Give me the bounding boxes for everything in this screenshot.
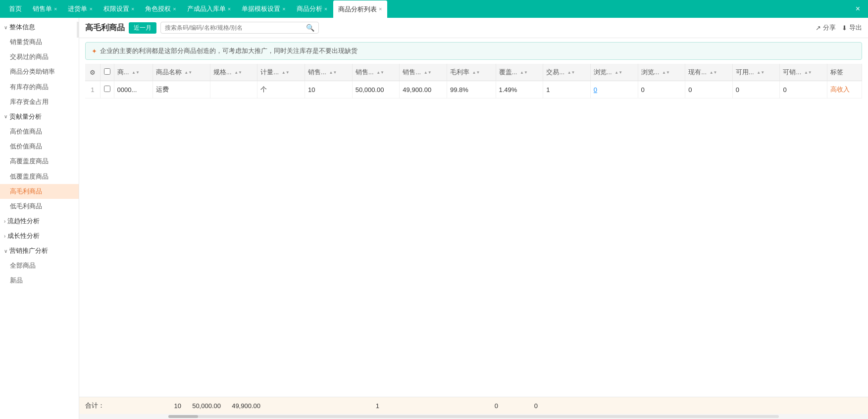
col-tag[interactable]: 标签 bbox=[827, 64, 862, 81]
tab-analysis[interactable]: 商品分析 × bbox=[292, 2, 332, 16]
col-spec[interactable]: 规格... ▲▼ bbox=[210, 64, 257, 81]
tab-analysis-list[interactable]: 商品分析列表 × bbox=[333, 0, 387, 18]
sidebar-collapse-button[interactable]: 《 bbox=[77, 22, 79, 38]
sort-icon[interactable]: ▲▼ bbox=[184, 70, 192, 75]
cell-checkbox[interactable] bbox=[100, 81, 114, 98]
sidebar: 《 ∨ 整体信息 销量货商品 交易过的商品 商品分类助销率 有库存的商品 库存资… bbox=[0, 18, 79, 419]
sidebar-item-high-value[interactable]: 高价值商品 bbox=[0, 124, 79, 139]
sort-icon[interactable]: ▲▼ bbox=[424, 70, 432, 75]
sidebar-group-marketing[interactable]: ∨ 营销推广分析 bbox=[0, 243, 79, 258]
cell-unit: 个 bbox=[257, 81, 305, 98]
sidebar-item-stock-capital[interactable]: 库存资金占用 bbox=[0, 94, 79, 109]
col-gross-margin[interactable]: 毛利率 ▲▼ bbox=[447, 64, 496, 81]
chevron-right-icon: › bbox=[4, 233, 5, 239]
sort-icon[interactable]: ▲▼ bbox=[614, 70, 622, 75]
sort-icon[interactable]: ▲▼ bbox=[472, 70, 480, 75]
sort-icon[interactable]: ▲▼ bbox=[804, 70, 812, 75]
select-all-checkbox[interactable] bbox=[104, 68, 110, 75]
close-icon[interactable]: × bbox=[379, 6, 382, 12]
sidebar-group-trend[interactable]: › 流趋性分析 bbox=[0, 214, 79, 229]
sort-icon[interactable]: ▲▼ bbox=[329, 70, 337, 75]
sidebar-item-low-margin[interactable]: 低毛利商品 bbox=[0, 199, 79, 214]
tab-home[interactable]: 首页 bbox=[4, 2, 27, 16]
tab-purchase[interactable]: 进货单 × bbox=[63, 2, 97, 16]
col-coverage[interactable]: 覆盖... ▲▼ bbox=[496, 64, 543, 81]
col-available[interactable]: 可用... ▲▼ bbox=[732, 64, 780, 81]
table-row: 1 0000... 运费 个 10 50,000.00 49,900.00 99… bbox=[85, 81, 862, 98]
col-sale-amount[interactable]: 销售... ▲▼ bbox=[352, 64, 400, 81]
sort-icon[interactable]: ▲▼ bbox=[520, 70, 528, 75]
time-filter-button[interactable]: 近一月 bbox=[129, 22, 156, 34]
footer-label: 合计： bbox=[85, 401, 145, 410]
sidebar-item-category-rate[interactable]: 商品分类助销率 bbox=[0, 64, 79, 79]
sidebar-item-low-value[interactable]: 低价值商品 bbox=[0, 139, 79, 154]
footer-transaction: 1 bbox=[343, 402, 382, 410]
sort-icon[interactable]: ▲▼ bbox=[662, 70, 670, 75]
close-icon[interactable]: × bbox=[173, 6, 176, 12]
sidebar-item-high-margin[interactable]: 高毛利商品 bbox=[0, 184, 79, 199]
cell-coverage: 1.49% bbox=[496, 81, 543, 98]
cell-available: 0 bbox=[732, 81, 780, 98]
sidebar-item-low-coverage[interactable]: 低覆盖度商品 bbox=[0, 169, 79, 184]
close-icon[interactable]: × bbox=[89, 6, 92, 12]
col-name[interactable]: 商品名称 ▲▼ bbox=[153, 64, 210, 81]
close-icon[interactable]: × bbox=[131, 6, 134, 12]
cell-view2: 0 bbox=[638, 81, 685, 98]
sidebar-group-growth[interactable]: › 成长性分析 bbox=[0, 229, 79, 243]
sort-icon[interactable]: ▲▼ bbox=[710, 70, 717, 75]
chevron-right-icon: › bbox=[4, 219, 5, 224]
col-sale-qty[interactable]: 销售... ▲▼ bbox=[305, 64, 353, 81]
col-checkbox[interactable] bbox=[100, 64, 114, 81]
sort-icon[interactable]: ▲▼ bbox=[376, 70, 384, 75]
cell-stock: 0 bbox=[685, 81, 733, 98]
col-salable[interactable]: 可销... ▲▼ bbox=[780, 64, 827, 81]
scroll-thumb[interactable] bbox=[168, 415, 198, 418]
sidebar-item-stocked-goods[interactable]: 有库存的商品 bbox=[0, 80, 79, 94]
search-icon[interactable]: 🔍 bbox=[306, 24, 314, 32]
footer-cells: 10 50,000.00 49,900.00 1 0 0 bbox=[145, 402, 862, 410]
sort-icon[interactable]: ▲▼ bbox=[757, 70, 765, 75]
tab-product-inbound[interactable]: 产成品入库单 × bbox=[182, 2, 236, 16]
window-close-icon[interactable]: × bbox=[852, 4, 864, 13]
sidebar-group-overall[interactable]: ∨ 整体信息 bbox=[0, 20, 79, 35]
close-icon[interactable]: × bbox=[54, 6, 57, 12]
sidebar-group-contribution[interactable]: ∨ 贡献量分析 bbox=[0, 109, 79, 124]
col-code[interactable]: 商... ▲▼ bbox=[114, 64, 153, 81]
tab-template[interactable]: 单据模板设置 × bbox=[237, 2, 290, 16]
col-view2[interactable]: 浏览... ▲▼ bbox=[638, 64, 685, 81]
col-transaction[interactable]: 交易... ▲▼ bbox=[543, 64, 591, 81]
export-button[interactable]: ⬇ 导出 bbox=[842, 23, 862, 32]
cell-view1[interactable]: 0 bbox=[590, 81, 638, 98]
tab-permission[interactable]: 权限设置 × bbox=[99, 2, 139, 16]
footer-empty3 bbox=[382, 402, 422, 410]
sort-icon[interactable]: ▲▼ bbox=[567, 70, 575, 75]
cell-sale-amount: 50,000.00 bbox=[352, 81, 400, 98]
col-settings[interactable]: ⚙ bbox=[85, 64, 100, 81]
footer-total: 合计： 10 50,000.00 49,900.00 1 0 0 bbox=[79, 397, 868, 414]
tab-sales[interactable]: 销售单 × bbox=[28, 2, 62, 16]
sort-icon[interactable]: ▲▼ bbox=[282, 70, 290, 75]
share-button[interactable]: ↗ 分享 bbox=[816, 23, 836, 32]
data-table: ⚙ 商... ▲▼ 商品名称 ▲▼ bbox=[85, 64, 862, 98]
col-stock[interactable]: 现有... ▲▼ bbox=[685, 64, 733, 81]
close-icon[interactable]: × bbox=[228, 6, 231, 12]
sidebar-item-new-goods[interactable]: 新品 bbox=[0, 273, 79, 288]
tab-role[interactable]: 角色授权 × bbox=[140, 2, 181, 16]
sort-icon[interactable]: ▲▼ bbox=[132, 70, 140, 75]
sidebar-item-high-coverage[interactable]: 高覆盖度商品 bbox=[0, 154, 79, 169]
col-unit[interactable]: 计量... ▲▼ bbox=[257, 64, 305, 81]
horizontal-scrollbar[interactable] bbox=[79, 414, 868, 419]
col-view1[interactable]: 浏览... ▲▼ bbox=[590, 64, 638, 81]
search-input[interactable] bbox=[165, 24, 304, 31]
cell-spec bbox=[210, 81, 257, 98]
sidebar-item-all-goods[interactable]: 全部商品 bbox=[0, 258, 79, 273]
col-sale-profit[interactable]: 销售... ▲▼ bbox=[400, 64, 447, 81]
sidebar-item-sales-goods[interactable]: 销量货商品 bbox=[0, 35, 79, 49]
close-icon[interactable]: × bbox=[324, 6, 327, 12]
sort-icon[interactable]: ▲▼ bbox=[234, 70, 242, 75]
close-icon[interactable]: × bbox=[282, 6, 285, 12]
row-checkbox[interactable] bbox=[104, 86, 110, 92]
main-layout: 《 ∨ 整体信息 销量货商品 交易过的商品 商品分类助销率 有库存的商品 库存资… bbox=[0, 18, 868, 419]
sidebar-item-traded-goods[interactable]: 交易过的商品 bbox=[0, 49, 79, 64]
cell-gross-margin: 99.8% bbox=[447, 81, 496, 98]
